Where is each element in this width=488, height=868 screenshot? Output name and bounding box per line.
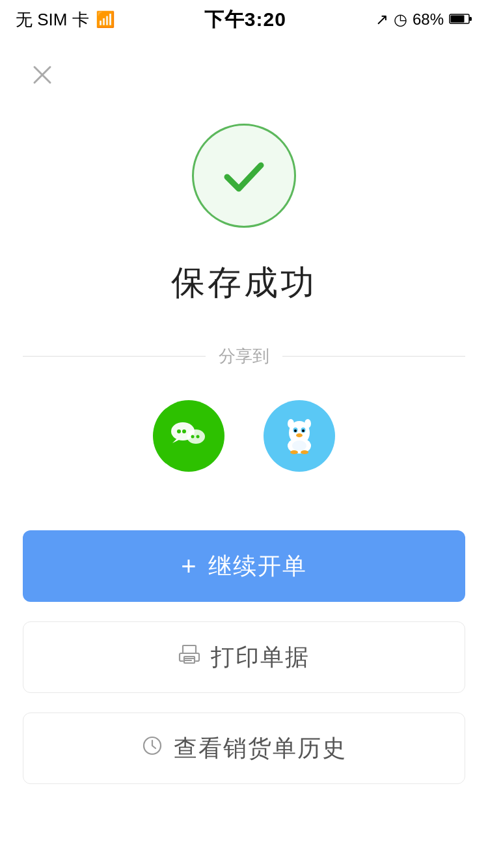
svg-point-19	[296, 433, 303, 437]
close-button[interactable]	[26, 59, 59, 91]
svg-point-16	[294, 429, 297, 432]
battery-icon	[449, 10, 472, 29]
status-bar: 无 SIM 卡 📶 下午3:20 ↗ ◷ 68%	[0, 0, 488, 39]
success-title: 保存成功	[171, 260, 317, 306]
svg-point-18	[302, 429, 305, 432]
success-icon	[192, 124, 296, 228]
history-label: 查看销货单历史	[174, 733, 347, 765]
svg-point-8	[182, 429, 186, 433]
qq-share-button[interactable]	[264, 400, 335, 472]
continue-label: 继续开单	[208, 550, 307, 582]
wechat-share-button[interactable]	[153, 400, 224, 472]
svg-point-23	[301, 450, 308, 454]
status-left: 无 SIM 卡 📶	[16, 8, 115, 31]
clock-icon	[141, 735, 163, 762]
plus-icon: +	[181, 553, 197, 579]
divider-right	[282, 356, 465, 357]
svg-point-13	[288, 419, 294, 428]
share-section: 分享到	[0, 345, 488, 472]
page-content: 保存成功 分享到	[0, 39, 488, 868]
status-right: ↗ ◷ 68%	[375, 10, 472, 29]
print-label: 打印单据	[211, 642, 310, 673]
svg-point-6	[187, 429, 205, 444]
history-button[interactable]: 查看销货单历史	[23, 712, 465, 784]
share-icons	[153, 400, 335, 472]
no-sim-label: 无 SIM 卡	[16, 8, 89, 31]
battery-label: 68%	[413, 10, 444, 29]
buttons-section: + 继续开单 打印单据	[23, 530, 465, 784]
location-icon: ↗	[375, 10, 388, 29]
continue-button[interactable]: + 继续开单	[23, 530, 465, 602]
share-label: 分享到	[219, 345, 269, 368]
print-button[interactable]: 打印单据	[23, 621, 465, 693]
svg-rect-1	[469, 17, 472, 21]
alarm-icon: ◷	[394, 10, 407, 29]
svg-point-14	[305, 419, 311, 428]
printer-icon	[178, 644, 200, 671]
svg-point-22	[290, 450, 298, 454]
svg-rect-2	[450, 16, 464, 23]
wifi-icon: 📶	[96, 10, 115, 29]
svg-rect-24	[183, 645, 196, 653]
svg-point-21	[292, 441, 306, 451]
svg-point-10	[197, 435, 200, 439]
divider-left	[23, 356, 206, 357]
svg-point-9	[191, 435, 195, 439]
divider-row: 分享到	[23, 345, 465, 368]
svg-point-7	[177, 429, 181, 433]
status-time: 下午3:20	[204, 7, 286, 33]
